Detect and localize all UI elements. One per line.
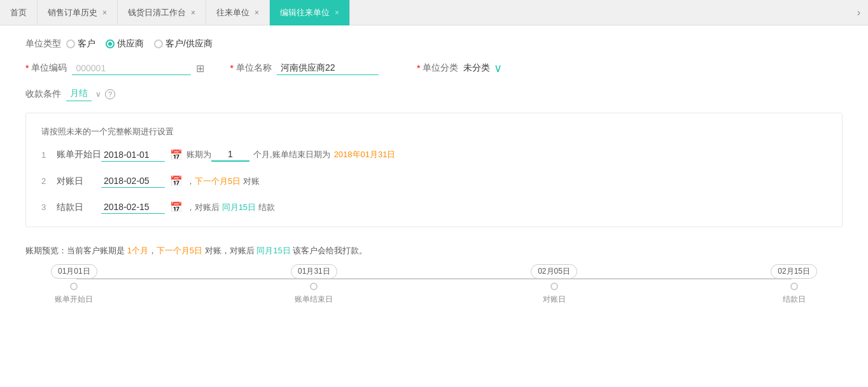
preview-mid1: ， xyxy=(148,246,157,255)
radio-supplier[interactable]: 供应商 xyxy=(106,38,144,50)
copy-icon[interactable]: ⊞ xyxy=(196,62,204,74)
period-prefix: 账期为 xyxy=(186,149,211,160)
period-suffix: 个月,账单结束日期为 xyxy=(253,149,330,160)
payment-date-group: 📅 xyxy=(101,201,183,214)
row-label-1: 账单开始日 xyxy=(57,149,101,160)
radio-customer[interactable]: 客户 xyxy=(66,38,95,50)
start-date-cal-icon[interactable]: 📅 xyxy=(170,149,183,161)
preview-part3: 同月15日 xyxy=(256,246,290,255)
tab-home[interactable]: 首页 xyxy=(0,0,38,25)
radio-label-supplier: 供应商 xyxy=(117,38,144,50)
unit-name-label: 单位名称 xyxy=(236,62,272,74)
reconcile-date-input[interactable] xyxy=(101,174,165,188)
radio-both[interactable]: 客户/供应商 xyxy=(154,38,213,50)
payment-terms-label: 收款条件 xyxy=(25,88,61,100)
timeline-dot-3 xyxy=(550,283,558,290)
unit-category-value: 未分类 xyxy=(463,62,490,74)
unit-type-label: 单位类型 xyxy=(25,38,61,50)
tab-daily-clearing[interactable]: 钱货日清工作台 × xyxy=(118,0,206,25)
close-tab-sales-history[interactable]: × xyxy=(102,8,107,17)
radio-label-customer: 客户 xyxy=(78,38,95,50)
unit-code-input[interactable] xyxy=(72,62,191,75)
timeline-point-3: 02月05日 对账日 xyxy=(531,264,577,305)
radio-circle-supplier xyxy=(106,39,115,48)
timeline-badge-4: 02月15日 xyxy=(771,264,817,279)
radio-label-both: 客户/供应商 xyxy=(165,38,213,50)
timeline-point-4: 02月15日 结款日 xyxy=(771,264,817,305)
timeline-points: 01月01日 账单开始日 01月31日 账单结束日 02月05日 对账日 02月… xyxy=(51,264,817,305)
main-content: 单位类型 客户 供应商 客户/供应商 * 单位编码 ⊞ * 单位名称 xyxy=(0,25,868,387)
start-date-group: 📅 xyxy=(101,148,183,162)
preview-mid2: 对账，对账后 xyxy=(202,246,256,255)
radio-circle-both xyxy=(154,39,163,48)
section-title: 请按照未来的一个完整帐期进行设置 xyxy=(41,126,827,137)
period-input[interactable] xyxy=(211,148,249,162)
timeline-badge-1: 01月01日 xyxy=(51,264,97,279)
unit-name-input[interactable] xyxy=(277,62,379,75)
unit-details-row: * 单位编码 ⊞ * 单位名称 * 单位分类 未分类 ∨ xyxy=(25,61,843,75)
preview-section: 账期预览：当前客户账期是 1个月，下一个月5日 对账，对账后 同月15日 该客户… xyxy=(25,237,843,264)
timeline-container: 01月01日 账单开始日 01月31日 账单结束日 02月05日 对账日 02月… xyxy=(25,264,843,324)
timeline-label-2: 账单结束日 xyxy=(295,294,333,305)
payment-suffix: ，对账后 同月15日 结款 xyxy=(186,202,275,213)
timeline-point-1: 01月01日 账单开始日 xyxy=(51,264,97,305)
tab-partners[interactable]: 往来单位 × xyxy=(206,0,270,25)
timeline-label-3: 对账日 xyxy=(543,294,566,305)
unit-category-group: 未分类 ∨ xyxy=(463,61,502,75)
payment-terms-arrow[interactable]: ∨ xyxy=(95,90,101,99)
payment-terms-value: 月结 xyxy=(66,87,92,101)
timeline-dot-4 xyxy=(790,283,798,290)
unit-category-label: 单位分类 xyxy=(423,62,458,74)
reconcile-date-group: 📅 xyxy=(101,174,183,188)
tabs-more-button[interactable]: › xyxy=(850,7,868,18)
close-tab-edit-partner[interactable]: × xyxy=(335,8,339,17)
timeline-label-1: 账单开始日 xyxy=(55,294,93,305)
row-num-3: 3 xyxy=(41,202,57,212)
name-required: * xyxy=(230,63,233,73)
preview-part1: 1个月 xyxy=(127,246,148,255)
unit-type-row: 单位类型 客户 供应商 客户/供应商 xyxy=(25,38,843,50)
reconcile-date-cal-icon[interactable]: 📅 xyxy=(170,175,183,187)
radio-circle-customer xyxy=(66,39,75,48)
row-num-2: 2 xyxy=(41,176,57,186)
period-settings-section: 请按照未来的一个完整帐期进行设置 1 账单开始日 📅 账期为 个月,账单结束日期… xyxy=(25,113,843,227)
period-end-date: 2018年01月31日 xyxy=(334,149,396,160)
row-label-2: 对账日 xyxy=(57,176,101,187)
code-required: * xyxy=(25,63,29,73)
unit-category-arrow[interactable]: ∨ xyxy=(494,61,502,75)
payment-terms-row: 收款条件 月结 ∨ ? xyxy=(25,87,843,101)
row-num-1: 1 xyxy=(41,150,57,160)
close-tab-daily-clearing[interactable]: × xyxy=(191,8,195,17)
reconcile-suffix: ，下一个月5日 对账 xyxy=(186,176,260,187)
timeline-badge-2: 01月31日 xyxy=(291,264,337,279)
unit-code-group: ⊞ xyxy=(72,62,204,75)
timeline-label-4: 结款日 xyxy=(783,294,806,305)
preview-suffix: 该客户会给我打款。 xyxy=(291,246,368,255)
timeline-badge-3: 02月05日 xyxy=(531,264,577,279)
unit-code-label: 单位编码 xyxy=(31,62,67,74)
category-required: * xyxy=(417,63,420,73)
row-start-date: 1 账单开始日 📅 账期为 个月,账单结束日期为 2018年01月31日 xyxy=(41,148,827,162)
close-tab-partners[interactable]: × xyxy=(255,8,259,17)
payment-terms-dropdown[interactable]: 月结 ∨ xyxy=(66,87,101,101)
preview-prefix: 账期预览：当前客户账期是 xyxy=(25,246,127,255)
row-label-3: 结款日 xyxy=(57,202,101,213)
timeline-dot-1 xyxy=(70,283,78,290)
tab-sales-history[interactable]: 销售订单历史 × xyxy=(38,0,118,25)
tab-edit-partner[interactable]: 编辑往来单位 × xyxy=(270,0,350,25)
timeline-point-2: 01月31日 账单结束日 xyxy=(291,264,337,305)
row-reconcile-date: 2 对账日 📅 ，下一个月5日 对账 xyxy=(41,174,827,188)
timeline-dot-2 xyxy=(310,283,318,290)
help-icon[interactable]: ? xyxy=(105,89,115,99)
start-date-input[interactable] xyxy=(101,148,165,162)
payment-date-cal-icon[interactable]: 📅 xyxy=(170,201,183,213)
payment-date-input[interactable] xyxy=(101,201,165,214)
unit-type-radio-group: 客户 供应商 客户/供应商 xyxy=(66,38,213,50)
tabs-bar: 首页 销售订单历史 × 钱货日清工作台 × 往来单位 × 编辑往来单位 × › xyxy=(0,0,868,25)
preview-part2: 下一个月5日 xyxy=(157,246,202,255)
row-payment-date: 3 结款日 📅 ，对账后 同月15日 结款 xyxy=(41,201,827,214)
